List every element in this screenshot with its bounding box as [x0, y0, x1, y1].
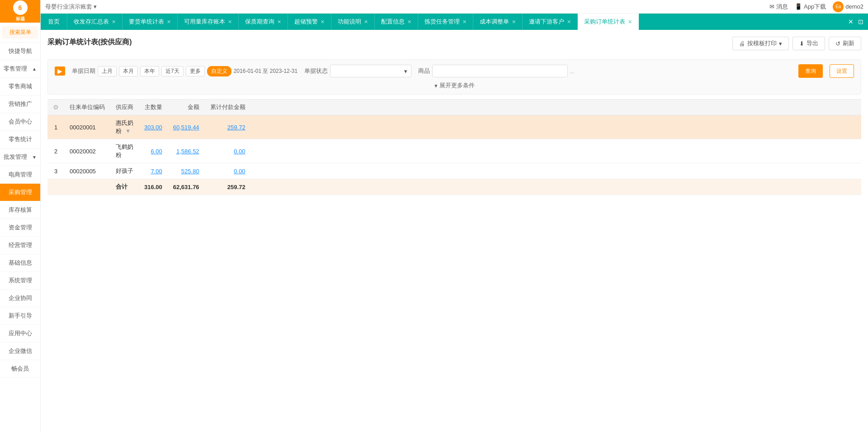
date-opt-last-month[interactable]: 上月: [98, 66, 117, 76]
message-button[interactable]: ✉ 消息: [769, 3, 788, 11]
row-quantity[interactable]: 303.00: [139, 115, 168, 139]
tab-picking-task[interactable]: 拣货任务管理 ✕: [418, 14, 473, 30]
close-icon[interactable]: ✕: [277, 19, 281, 25]
close-icon[interactable]: ✕: [364, 19, 368, 25]
footer-empty: [47, 179, 64, 195]
close-icon[interactable]: ✕: [228, 19, 232, 25]
date-options: 上月 本月 本年 近7天 更多 自定义: [98, 66, 231, 76]
settings-button[interactable]: 设置: [830, 64, 854, 78]
row-paid-amount[interactable]: 0.00: [205, 139, 251, 163]
tab-home[interactable]: 首页: [41, 14, 67, 30]
logo-icon: 6: [13, 0, 28, 15]
col-quantity: 主数量: [139, 100, 168, 115]
goods-input[interactable]: [432, 65, 568, 77]
date-opt-this-year[interactable]: 本年: [140, 66, 159, 76]
row-seq: 2: [47, 139, 64, 163]
table-row[interactable]: 2 00020002 飞鹤奶粉 6.00 1,586.52 0.00: [47, 139, 861, 163]
row-unit-code: 00020002: [64, 139, 110, 163]
sidebar-item-capital[interactable]: 资金管理: [0, 219, 40, 237]
sidebar-item-wholesale[interactable]: 批发管理 ▼: [0, 148, 40, 166]
tab-purchase-summary[interactable]: 采购订单统计表 ✕: [578, 14, 639, 30]
date-opt-custom[interactable]: 自定义: [207, 66, 231, 76]
sidebar-item-enterprise-wx[interactable]: 企业微信: [0, 343, 40, 360]
sidebar-item-enterprise[interactable]: 企业协同: [0, 290, 40, 307]
chevron-down-icon: ▼: [32, 155, 37, 160]
close-icon[interactable]: ✕: [112, 19, 116, 25]
sidebar-item-retail-shop[interactable]: 零售商城: [0, 78, 40, 95]
tabbar: 首页 收发存汇总表 ✕ 要货单统计表 ✕ 可用量库存账本 ✕ 保质期查询 ✕ 超…: [41, 14, 868, 30]
query-button[interactable]: 查询: [798, 64, 823, 78]
row-amount[interactable]: 1,586.52: [168, 139, 205, 163]
filter-expand-row: ▾ 展开更多条件: [55, 81, 854, 90]
print-button[interactable]: 🖨 按模板打印 ▾: [732, 37, 789, 50]
expand-more-conditions-button[interactable]: ▾ 展开更多条件: [434, 81, 475, 90]
date-opt-more[interactable]: 更多: [186, 66, 205, 76]
tab-order-summary[interactable]: 要货单统计表 ✕: [123, 14, 178, 30]
goods-filter: 商品 ...: [418, 65, 575, 77]
close-icon[interactable]: ✕: [628, 19, 632, 25]
close-icon[interactable]: ✕: [407, 19, 411, 25]
sidebar-item-inventory[interactable]: 库存核算: [0, 201, 40, 219]
chevron-down-icon: ▾: [434, 82, 438, 89]
col-amount: 金额: [168, 100, 205, 115]
close-icon[interactable]: ✕: [462, 19, 467, 25]
tab-expiry-query[interactable]: 保质期查询 ✕: [239, 14, 288, 30]
expand-icon[interactable]: ▼: [125, 128, 131, 134]
tab-function-desc[interactable]: 功能说明 ✕: [331, 14, 375, 30]
sidebar-item-member[interactable]: 会员中心: [0, 113, 40, 131]
maximize-icon[interactable]: ⊡: [858, 18, 863, 25]
goods-more-icon[interactable]: ...: [570, 68, 575, 75]
close-icon[interactable]: ✕: [512, 19, 516, 25]
tab-invite-downstream[interactable]: 邀请下游客户 ✕: [523, 14, 578, 30]
close-icon[interactable]: ✕: [567, 19, 571, 25]
user-profile[interactable]: Ea demo2: [833, 1, 863, 12]
gear-icon[interactable]: ⚙: [53, 104, 59, 111]
sidebar-item-guide[interactable]: 新手引导: [0, 307, 40, 325]
refresh-button[interactable]: ↺ 刷新: [829, 37, 861, 50]
row-seq: 1: [47, 115, 64, 139]
row-paid-amount[interactable]: 259.72: [205, 115, 251, 139]
tab-cost-adjust[interactable]: 成本调整单 ✕: [473, 14, 523, 30]
table-row[interactable]: 3 00020005 好孩子 7.00 525.80 0.00: [47, 163, 861, 179]
tab-inventory-ledger[interactable]: 可用量库存账本 ✕: [178, 14, 239, 30]
sidebar-item-marketing[interactable]: 营销推广: [0, 95, 40, 113]
sidebar-item-app-center[interactable]: 应用中心: [0, 325, 40, 343]
sidebar-item-vip[interactable]: 畅会员: [0, 360, 40, 378]
row-paid-amount[interactable]: 0.00: [205, 163, 251, 179]
workspace-selector[interactable]: 母婴行业演示账套 ▾: [45, 3, 97, 11]
row-amount[interactable]: 525.80: [168, 163, 205, 179]
row-amount[interactable]: 60,519.44: [168, 115, 205, 139]
col-paid-amount: 累计付款金额: [205, 100, 251, 115]
sidebar-item-basic-info[interactable]: 基础信息: [0, 254, 40, 272]
sidebar-item-retail[interactable]: 零售管理 ▲: [0, 60, 40, 78]
sidebar-search-button[interactable]: 搜索菜单: [2, 26, 38, 38]
tab-overstock-alert[interactable]: 超储预警 ✕: [288, 14, 331, 30]
sidebar-item-system[interactable]: 系统管理: [0, 272, 40, 290]
sidebar-item-ecommerce[interactable]: 电商管理: [0, 166, 40, 184]
col-settings: ⚙: [47, 100, 64, 115]
tabbar-controls: ✕ ⊡: [844, 14, 868, 30]
close-window-icon[interactable]: ✕: [848, 18, 854, 25]
sidebar-item-retail-stats[interactable]: 零售统计: [0, 131, 40, 148]
date-opt-7days[interactable]: 近7天: [161, 66, 184, 76]
footer-quantity: 316.00: [139, 179, 168, 195]
footer-paid-amount: 259.72: [205, 179, 251, 195]
row-quantity[interactable]: 7.00: [139, 163, 168, 179]
app-download-button[interactable]: 📱 App下载: [795, 3, 826, 11]
sidebar-item-operations[interactable]: 经营管理: [0, 237, 40, 254]
tab-config-info[interactable]: 配置信息 ✕: [375, 14, 418, 30]
date-opt-this-month[interactable]: 本月: [119, 66, 138, 76]
filter-collapse-button[interactable]: ▶: [55, 67, 65, 76]
row-extra: [251, 115, 861, 139]
table-row[interactable]: 1 00020001 惠氏奶粉 ▼ 303.00 60,519.44 259.7…: [47, 115, 861, 139]
sidebar-item-quick-nav[interactable]: 快捷导航: [0, 43, 40, 60]
close-icon[interactable]: ✕: [321, 19, 325, 25]
sidebar-search-section: 搜索菜单: [0, 23, 40, 43]
main-content: 母婴行业演示账套 ▾ ✉ 消息 📱 App下载 Ea demo2 首页 收发存汇…: [41, 0, 868, 433]
close-icon[interactable]: ✕: [167, 19, 171, 25]
status-select[interactable]: ▾: [330, 65, 411, 77]
row-quantity[interactable]: 6.00: [139, 139, 168, 163]
export-button[interactable]: ⬇ 导出: [793, 37, 825, 50]
tab-receipt-summary[interactable]: 收发存汇总表 ✕: [67, 14, 123, 30]
sidebar-item-purchase[interactable]: 采购管理: [0, 184, 40, 201]
